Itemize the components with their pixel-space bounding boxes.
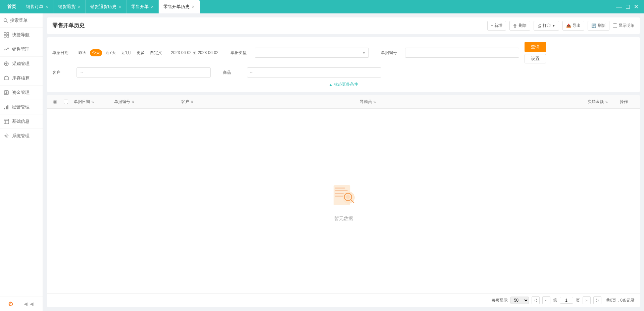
close-tab-retail-order[interactable]: ✕ (151, 5, 154, 9)
close-tab-sales-order[interactable]: ✕ (45, 5, 48, 9)
window-close-icon[interactable]: ✕ (634, 3, 639, 10)
maximize-icon[interactable]: □ (626, 3, 630, 10)
tab-sales-return-history[interactable]: 销货退货历史 ✕ (86, 0, 127, 13)
per-page-select[interactable]: 50 100 200 (510, 297, 529, 304)
goods-label: 商品 (223, 70, 242, 75)
doc-type-select[interactable]: ▼ (255, 48, 369, 58)
sort-guide-icon: ⇅ (373, 100, 376, 104)
col-amount[interactable]: 实销金额 ⇅ (577, 99, 610, 105)
next-page-btn[interactable]: ＞ (583, 296, 591, 304)
refresh-button[interactable]: 🔄 刷新 (588, 21, 609, 31)
tab-sales-return[interactable]: 销货退货 ✕ (53, 0, 86, 13)
pagination-total: 共0页，0条记录 (606, 298, 635, 303)
table-settings-icon[interactable] (50, 100, 60, 104)
col-date[interactable]: 单据日期 ⇅ (71, 99, 111, 105)
page-header: 零售开单历史 + 新增 🗑 删除 🖨 打印 ▼ 📤 导出 (47, 17, 640, 34)
close-tab-sales-return-history[interactable]: ✕ (118, 5, 121, 9)
sort-customer-icon: ⇅ (191, 100, 193, 104)
operations-icon (3, 104, 9, 110)
sidebar-item-operations[interactable]: 经营管理 (0, 100, 43, 114)
finance-icon (3, 90, 9, 96)
page-input[interactable] (560, 297, 573, 304)
last-page-btn[interactable]: ⟩⟩ (593, 296, 601, 304)
add-button[interactable]: + 新增 (487, 21, 506, 31)
sort-amount-icon: ⇅ (605, 100, 608, 104)
col-customer[interactable]: 客户 ⇅ (179, 99, 357, 105)
date-yesterday[interactable]: 昨天 (77, 49, 89, 56)
sidebar-item-basic[interactable]: 基础信息 (0, 114, 43, 129)
date-today[interactable]: 今天 (90, 49, 102, 56)
date-1month[interactable]: 近1月 (119, 49, 134, 56)
sidebar: 搜索菜单 快捷导航 销售管理 (0, 13, 43, 311)
filter-panel: 单据日期 昨天 今天 近7天 近1月 更多 自定义 2023-06-02 至 2… (47, 37, 640, 92)
refresh-icon: 🔄 (591, 23, 596, 28)
col-guide[interactable]: 导购员 ⇅ (357, 99, 404, 105)
tab-retail-order[interactable]: 零售开单 ✕ (127, 0, 159, 13)
svg-rect-4 (4, 35, 6, 37)
doc-number-label: 单据编号 (381, 50, 400, 56)
sidebar-collapse-icon[interactable]: ◄◄ (23, 301, 35, 308)
svg-rect-2 (4, 33, 6, 35)
date-7days[interactable]: 近7天 (103, 49, 118, 56)
filter-settings-button[interactable]: 设置 (525, 54, 546, 63)
inventory-icon (3, 75, 9, 81)
sidebar-bottom: ⚙ ◄◄ (0, 297, 43, 311)
sidebar-item-purchase[interactable]: 采购管理 (0, 57, 43, 71)
svg-point-26 (346, 195, 350, 199)
close-tab-retail-order-history[interactable]: ✕ (192, 5, 195, 9)
tab-bar: 首页 销售订单 ✕ 销货退货 ✕ 销货退货历史 ✕ 零售开单 ✕ 零售开单历史 … (0, 0, 644, 13)
export-button[interactable]: 📤 导出 (562, 21, 584, 31)
sort-date-icon: ⇅ (91, 100, 94, 104)
page-title: 零售开单历史 (52, 22, 85, 29)
quick-nav-icon (3, 32, 9, 38)
svg-line-1 (7, 21, 8, 23)
close-tab-sales-return[interactable]: ✕ (78, 5, 81, 9)
search-icon (3, 18, 8, 23)
doc-number-input[interactable] (405, 48, 519, 58)
tab-sales-order[interactable]: 销售订单 ✕ (21, 0, 53, 13)
empty-illustration (327, 180, 360, 210)
sidebar-item-quick-nav[interactable]: 快捷导航 (0, 28, 43, 42)
sidebar-item-sales[interactable]: 销售管理 (0, 42, 43, 57)
svg-point-15 (6, 135, 7, 137)
main-layout: 搜索菜单 快捷导航 销售管理 (0, 13, 644, 311)
doc-type-label: 单据类型 (231, 50, 249, 56)
prev-page-btn[interactable]: ＜ (542, 296, 550, 304)
col-number[interactable]: 单据编号 ⇅ (111, 99, 179, 105)
svg-rect-21 (335, 193, 344, 194)
delete-icon: 🗑 (513, 23, 517, 28)
svg-rect-11 (7, 105, 8, 109)
delete-button[interactable]: 🗑 删除 (509, 21, 530, 31)
doc-type-arrow-icon: ▼ (362, 51, 366, 55)
svg-point-0 (4, 19, 7, 22)
sidebar-settings-icon[interactable]: ⚙ (8, 300, 13, 308)
print-icon: 🖨 (537, 23, 541, 28)
system-icon (3, 133, 9, 139)
display-detail-toggle[interactable]: 显示明细 (613, 23, 635, 29)
sidebar-search[interactable]: 搜索菜单 (0, 13, 43, 28)
svg-rect-19 (335, 188, 345, 189)
query-button[interactable]: 查询 (525, 42, 546, 52)
display-detail-checkbox[interactable] (613, 23, 617, 28)
goods-select[interactable]: ··· (247, 67, 381, 77)
sidebar-item-finance[interactable]: 资金管理 (0, 86, 43, 100)
print-button[interactable]: 🖨 打印 ▼ (534, 21, 559, 31)
date-more[interactable]: 更多 (135, 49, 147, 56)
date-range: 2023-06-02 至 2023-06-02 (171, 50, 218, 56)
sidebar-item-inventory[interactable]: 库存核算 (0, 71, 43, 86)
export-icon: 📤 (566, 23, 571, 28)
select-all-checkbox[interactable] (60, 100, 71, 104)
customer-select[interactable]: ··· (77, 67, 211, 77)
basic-icon (3, 118, 9, 124)
empty-state: 暂无数据 (47, 109, 640, 293)
collapse-filter-button[interactable]: ▲ 收起更多条件 (329, 82, 358, 87)
pagination: 每页显示 50 100 200 ⟨⟨ ＜ 第 页 ＞ ⟩⟩ 共0页，0条记录 (47, 293, 640, 307)
print-arrow-icon: ▼ (552, 24, 555, 28)
tab-retail-order-history[interactable]: 零售开单历史 ✕ (159, 0, 200, 13)
minimize-icon[interactable]: — (616, 3, 622, 10)
collapse-icon: ▲ (329, 83, 333, 87)
date-custom[interactable]: 自定义 (148, 49, 164, 56)
sidebar-item-system[interactable]: 系统管理 (0, 129, 43, 143)
first-page-btn[interactable]: ⟨⟨ (532, 296, 540, 304)
tab-home[interactable]: 首页 (3, 0, 21, 13)
